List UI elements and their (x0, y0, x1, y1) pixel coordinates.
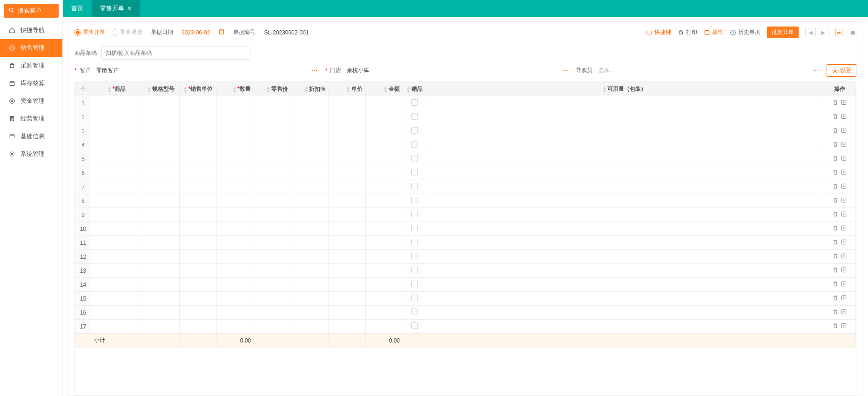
delete-row-icon[interactable] (832, 113, 839, 120)
cell-qty[interactable] (217, 166, 254, 180)
delete-row-icon[interactable] (832, 211, 839, 217)
store-picker[interactable]: 余杭小库 ··· (344, 65, 571, 77)
cell-discount[interactable] (291, 180, 329, 194)
operate-link[interactable]: 操作 (704, 28, 723, 36)
table-row[interactable]: 16 (75, 306, 856, 320)
cell-gift[interactable] (403, 320, 426, 334)
cell-amount[interactable] (366, 306, 403, 320)
table-row[interactable]: 12 (75, 250, 856, 264)
tab-retail-order[interactable]: 零售开单 ✕ (92, 0, 140, 17)
add-row-icon[interactable] (841, 295, 847, 301)
cell-amount[interactable] (366, 208, 403, 222)
table-row[interactable]: 14 (75, 278, 856, 292)
cell-unit[interactable] (180, 208, 217, 222)
cell-unit-price[interactable] (329, 194, 366, 208)
cell-qty[interactable] (217, 194, 254, 208)
cell-unit-price[interactable] (329, 278, 366, 292)
cell-retail-price[interactable] (254, 292, 291, 306)
cell-retail-price[interactable] (254, 320, 291, 334)
sidebar-item-purchase[interactable]: 采购管理 (0, 57, 62, 74)
cell-amount[interactable] (366, 138, 403, 152)
cell-product[interactable] (91, 208, 142, 222)
cell-amount[interactable] (366, 222, 403, 236)
cell-qty[interactable] (217, 222, 254, 236)
cell-gift[interactable] (403, 180, 426, 194)
delete-row-icon[interactable] (832, 99, 839, 106)
gift-checkbox[interactable] (411, 197, 418, 203)
cell-unit[interactable] (180, 306, 217, 320)
cell-amount[interactable] (366, 152, 403, 166)
col-unit-price[interactable]: ▲▼单价 (329, 82, 366, 96)
cell-unit-price[interactable] (329, 306, 366, 320)
add-row-icon[interactable] (841, 99, 847, 106)
cell-unit[interactable] (180, 96, 217, 110)
cell-qty[interactable] (217, 138, 254, 152)
col-discount[interactable]: ▲▼折扣% (291, 82, 329, 96)
add-row-icon[interactable] (841, 322, 847, 329)
history-link[interactable]: 历史单据 (730, 28, 760, 36)
prev-doc-button[interactable]: ◀ (805, 28, 816, 37)
cell-spec[interactable] (142, 278, 180, 292)
gift-checkbox[interactable] (411, 99, 418, 106)
cell-spec[interactable] (142, 96, 180, 110)
gift-checkbox[interactable] (411, 225, 418, 231)
cell-amount[interactable] (366, 180, 403, 194)
cell-unit[interactable] (180, 110, 217, 124)
cell-product[interactable] (91, 250, 142, 264)
delete-row-icon[interactable] (832, 169, 839, 175)
next-doc-button[interactable]: ▶ (818, 28, 828, 37)
sidebar-item-sales[interactable]: 销售管理 (0, 39, 62, 57)
cell-gift[interactable] (403, 194, 426, 208)
col-amount[interactable]: ▲▼金额 (366, 82, 403, 96)
cell-retail-price[interactable] (254, 250, 291, 264)
cell-unit[interactable] (180, 320, 217, 334)
cell-spec[interactable] (142, 250, 180, 264)
cell-product[interactable] (91, 264, 142, 278)
cell-spec[interactable] (142, 320, 180, 334)
cell-gift[interactable] (403, 250, 426, 264)
gift-checkbox[interactable] (411, 239, 418, 245)
cell-gift[interactable] (403, 166, 426, 180)
cell-qty[interactable] (217, 320, 254, 334)
delete-row-icon[interactable] (832, 267, 839, 273)
cell-retail-price[interactable] (254, 222, 291, 236)
cell-discount[interactable] (291, 278, 329, 292)
cell-spec[interactable] (142, 124, 180, 138)
delete-row-icon[interactable] (832, 309, 839, 315)
cell-product[interactable] (91, 306, 142, 320)
cell-unit-price[interactable] (329, 124, 366, 138)
cell-unit[interactable] (180, 180, 217, 194)
cell-amount[interactable] (366, 320, 403, 334)
cell-gift[interactable] (403, 278, 426, 292)
cell-amount[interactable] (366, 264, 403, 278)
cell-retail-price[interactable] (254, 194, 291, 208)
add-row-icon[interactable] (841, 183, 847, 189)
cell-qty[interactable] (217, 208, 254, 222)
cell-unit-price[interactable] (329, 264, 366, 278)
cell-unit-price[interactable] (329, 250, 366, 264)
cell-product[interactable] (91, 110, 142, 124)
cell-amount[interactable] (366, 236, 403, 250)
cell-spec[interactable] (142, 292, 180, 306)
table-row[interactable]: 17 (75, 320, 856, 334)
delete-row-icon[interactable] (832, 127, 839, 134)
cell-spec[interactable] (142, 306, 180, 320)
cell-amount[interactable] (366, 124, 403, 138)
sidebar-item-inventory[interactable]: 库存核算 (0, 74, 62, 92)
col-gift[interactable]: ▲▼赠品 (403, 82, 426, 96)
gift-checkbox[interactable] (411, 253, 418, 259)
cell-discount[interactable] (291, 96, 329, 110)
calendar-icon[interactable] (218, 28, 225, 36)
cell-spec[interactable] (142, 180, 180, 194)
cell-unit[interactable] (180, 250, 217, 264)
cell-retail-price[interactable] (254, 166, 291, 180)
cell-discount[interactable] (291, 292, 329, 306)
add-row-icon[interactable] (841, 309, 847, 315)
cell-product[interactable] (91, 292, 142, 306)
gift-checkbox[interactable] (411, 169, 418, 175)
cell-retail-price[interactable] (254, 208, 291, 222)
sidebar-item-finance[interactable]: 资金管理 (0, 92, 62, 110)
delete-row-icon[interactable] (832, 225, 839, 231)
cell-gift[interactable] (403, 306, 426, 320)
cell-unit-price[interactable] (329, 152, 366, 166)
